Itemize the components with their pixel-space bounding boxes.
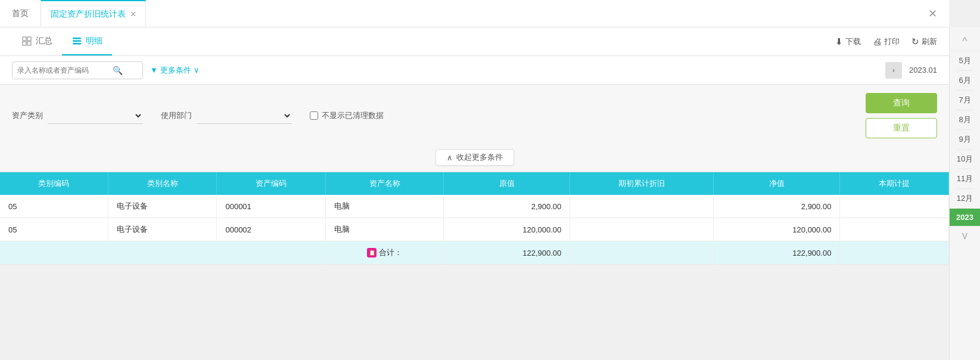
col-net-value: 净值: [714, 172, 840, 195]
summary-icon: [21, 36, 32, 46]
department-select[interactable]: [197, 107, 292, 124]
cell-net-value: 2,900.00: [714, 195, 840, 218]
cell-category-name: 电子设备: [108, 218, 217, 241]
nav-tab-label: 固定资产折旧统计表: [51, 9, 126, 20]
month-item[interactable]: 8月: [957, 110, 973, 130]
print-btn[interactable]: 🖨 打印: [873, 36, 900, 47]
col-category-code: 类别编码: [0, 172, 108, 195]
total-net-value: 122,900.00: [714, 241, 840, 265]
cell-accumulated-depreciation: [570, 195, 714, 218]
search-icon[interactable]: 🔍: [113, 66, 123, 75]
search-arrow-btn[interactable]: ›: [885, 62, 902, 79]
cell-original-value: 2,900.00: [444, 195, 570, 218]
cell-asset-name: 电脑: [325, 195, 443, 218]
cell-category-code: 05: [0, 218, 108, 241]
table-row: 05 电子设备 000001 电脑 2,900.00 2,900.00: [0, 195, 949, 218]
month-item[interactable]: 5月: [957, 51, 973, 71]
total-row: 📋 合计： 122,900.00 122,900.00: [0, 241, 949, 265]
asset-type-select[interactable]: [48, 107, 143, 124]
col-current-provision: 本期计提: [840, 172, 949, 195]
collapse-label: 收起更多条件: [456, 152, 503, 163]
filter-icon: ▼: [150, 66, 158, 75]
refresh-btn[interactable]: ↻ 刷新: [911, 36, 937, 47]
right-sidebar: ^ 5月6月7月8月9月10月11月12月 2023 v: [949, 27, 980, 360]
total-icon: 📋: [367, 248, 377, 257]
date-label: 2023.01: [909, 66, 937, 75]
table-row: 05 电子设备 000002 电脑 120,000.00 120,000.00: [0, 218, 949, 241]
svg-rect-1: [27, 37, 31, 41]
print-icon: 🖨: [873, 36, 882, 46]
asset-type-label: 资产类别: [12, 110, 43, 121]
table-header-row: 类别编码 类别名称 资产编码 资产名称 原值 期初累计折旧 净值 本期计提: [0, 172, 949, 195]
more-filter-label: 更多条件: [160, 65, 191, 76]
svg-rect-5: [73, 40, 81, 42]
collapse-row: ∧ 收起更多条件: [12, 144, 937, 167]
print-label: 打印: [884, 36, 900, 47]
download-label: 下载: [845, 36, 861, 47]
year-label[interactable]: 2023: [950, 209, 980, 226]
month-item[interactable]: 9月: [957, 130, 973, 150]
more-filter-btn[interactable]: ▼ 更多条件 ∨: [150, 65, 200, 76]
col-accumulated-depreciation: 期初累计折旧: [570, 172, 714, 195]
month-item[interactable]: 12月: [957, 189, 973, 209]
reset-button[interactable]: 重置: [866, 118, 937, 138]
tab-detail-label: 明细: [86, 36, 102, 46]
total-original-value: 122,900.00: [444, 241, 570, 265]
svg-rect-0: [23, 37, 26, 41]
arrow-right-icon: ›: [892, 66, 895, 75]
search-bar: 🔍 ▼ 更多条件 ∨ › 2023.01: [0, 56, 949, 85]
cell-category-name: 电子设备: [108, 195, 217, 218]
total-name-cell: 📋 合计：: [325, 241, 443, 265]
search-input[interactable]: [17, 66, 113, 75]
cell-net-value: 120,000.00: [714, 218, 840, 241]
month-item[interactable]: 6月: [957, 71, 973, 91]
cell-category-code: 05: [0, 195, 108, 218]
cell-asset-code: 000002: [217, 218, 326, 241]
svg-rect-2: [23, 42, 26, 45]
detail-icon: [71, 36, 82, 46]
department-filter: 使用部门: [161, 107, 292, 124]
refresh-icon: ↻: [911, 36, 919, 47]
department-label: 使用部门: [161, 110, 192, 121]
tab-detail[interactable]: 明细: [62, 27, 112, 55]
total-label-cell: [0, 241, 325, 265]
search-input-wrap[interactable]: 🔍: [12, 61, 143, 79]
cell-current-provision: [840, 218, 949, 241]
filter-actions: 查询 重置: [866, 93, 937, 138]
query-button[interactable]: 查询: [866, 93, 937, 113]
cell-asset-code: 000001: [217, 195, 326, 218]
data-table: 类别编码 类别名称 资产编码 资产名称 原值 期初累计折旧 净值 本期计提 05…: [0, 172, 949, 265]
no-cleared-label: 不显示已清理数据: [322, 110, 384, 121]
filter-row: 资产类别 使用部门 不显示已清理数据 查询 重置: [12, 93, 937, 138]
window-close-icon[interactable]: ✕: [928, 7, 937, 20]
table-wrap: 类别编码 类别名称 资产编码 资产名称 原值 期初累计折旧 净值 本期计提 05…: [0, 172, 949, 265]
cell-accumulated-depreciation: [570, 218, 714, 241]
tab-summary[interactable]: 汇总: [12, 27, 62, 55]
chevron-down-icon: ∨: [194, 66, 200, 75]
asset-type-filter: 资产类别: [12, 107, 143, 124]
month-item[interactable]: 10月: [957, 150, 973, 169]
tab-summary-label: 汇总: [36, 36, 52, 46]
toolbar: 汇总 明细 ⬇ 下载 🖨 打印 ↻ 刷新: [0, 27, 949, 56]
nav-tab-active[interactable]: 固定资产折旧统计表 ×: [41, 0, 146, 27]
svg-rect-3: [27, 42, 31, 45]
refresh-label: 刷新: [922, 36, 937, 47]
total-text: 合计：: [379, 247, 402, 258]
download-icon: ⬇: [835, 36, 843, 47]
total-accumulated-depreciation: [570, 241, 714, 265]
nav-tab-close-icon[interactable]: ×: [130, 9, 136, 20]
collapse-up-icon: ∧: [447, 153, 453, 162]
month-item[interactable]: 7月: [957, 91, 973, 110]
no-cleared-checkbox[interactable]: [310, 111, 318, 120]
collapse-btn[interactable]: ∧ 收起更多条件: [435, 149, 514, 166]
download-btn[interactable]: ⬇ 下载: [835, 36, 861, 47]
sidebar-scroll-down[interactable]: v: [950, 226, 980, 245]
cell-original-value: 120,000.00: [444, 218, 570, 241]
toolbar-actions: ⬇ 下载 🖨 打印 ↻ 刷新: [835, 36, 937, 47]
month-item[interactable]: 11月: [957, 169, 973, 189]
svg-rect-6: [73, 43, 81, 45]
top-nav: 首页 固定资产折旧统计表 × ✕: [0, 0, 949, 27]
no-cleared-checkbox-item[interactable]: 不显示已清理数据: [310, 110, 384, 121]
sidebar-scroll-up[interactable]: ^: [950, 32, 980, 51]
nav-home[interactable]: 首页: [0, 0, 41, 27]
